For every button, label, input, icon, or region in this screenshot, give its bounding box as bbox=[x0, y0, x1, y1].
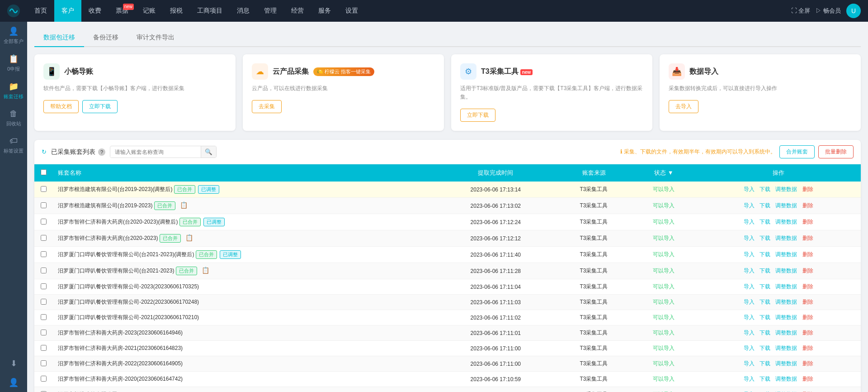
action-导入[interactable]: 导入 bbox=[742, 330, 756, 336]
nav-service[interactable]: 服务 bbox=[311, 0, 338, 22]
sidebar-item-download[interactable]: ⬇ bbox=[0, 354, 27, 373]
tab-data-migrate[interactable]: 数据包迁移 bbox=[34, 29, 84, 47]
row-checkbox[interactable] bbox=[41, 202, 47, 208]
nav-tax[interactable]: 报税 bbox=[163, 0, 190, 22]
tab-backup-migrate[interactable]: 备份迁移 bbox=[84, 29, 127, 47]
avatar[interactable]: U bbox=[846, 4, 861, 18]
action-调整数据[interactable]: 调整数据 bbox=[774, 268, 799, 274]
action-下载[interactable]: 下载 bbox=[758, 330, 772, 336]
action-删除[interactable]: 删除 bbox=[801, 330, 815, 336]
action-删除[interactable]: 删除 bbox=[801, 283, 815, 290]
action-删除[interactable]: 删除 bbox=[801, 345, 815, 351]
action-调整数据[interactable]: 调整数据 bbox=[774, 235, 799, 241]
import-go-btn[interactable]: 去导入 bbox=[669, 100, 698, 113]
action-调整数据[interactable]: 调整数据 bbox=[774, 299, 799, 305]
col-status[interactable]: 状态 ▼ bbox=[632, 164, 696, 182]
app-logo[interactable] bbox=[0, 0, 27, 22]
action-导入[interactable]: 导入 bbox=[742, 235, 756, 241]
action-下载[interactable]: 下载 bbox=[758, 376, 772, 382]
row-checkbox[interactable] bbox=[41, 283, 47, 289]
action-调整数据[interactable]: 调整数据 bbox=[774, 202, 799, 209]
action-下载[interactable]: 下载 bbox=[758, 360, 772, 367]
row-checkbox[interactable] bbox=[41, 299, 47, 305]
nav-operation[interactable]: 经营 bbox=[284, 0, 311, 22]
row-checkbox[interactable] bbox=[41, 330, 47, 335]
row-checkbox[interactable] bbox=[41, 376, 47, 382]
nav-manage[interactable]: 管理 bbox=[257, 0, 284, 22]
row-checkbox[interactable] bbox=[41, 235, 47, 241]
action-删除[interactable]: 删除 bbox=[801, 251, 815, 258]
nav-fee[interactable]: 收费 bbox=[81, 0, 108, 22]
action-导入[interactable]: 导入 bbox=[742, 360, 756, 367]
action-下载[interactable]: 下载 bbox=[758, 251, 772, 258]
action-导入[interactable]: 导入 bbox=[742, 251, 756, 258]
action-删除[interactable]: 删除 bbox=[801, 360, 815, 367]
action-删除[interactable]: 删除 bbox=[801, 235, 815, 241]
nav-accounting[interactable]: 记账 bbox=[136, 0, 163, 22]
sidebar-item-recycle[interactable]: 🗑 回收站 bbox=[0, 105, 27, 132]
action-导入[interactable]: 导入 bbox=[742, 268, 756, 274]
row-checkbox[interactable] bbox=[41, 219, 47, 225]
action-调整数据[interactable]: 调整数据 bbox=[774, 219, 799, 225]
action-下载[interactable]: 下载 bbox=[758, 283, 772, 290]
member-btn[interactable]: ▷ 畅会员 bbox=[816, 7, 841, 15]
action-导入[interactable]: 导入 bbox=[742, 202, 756, 209]
copy-icon[interactable]: 📋 bbox=[202, 267, 209, 274]
select-all-checkbox[interactable] bbox=[41, 169, 47, 175]
action-下载[interactable]: 下载 bbox=[758, 235, 772, 241]
action-删除[interactable]: 删除 bbox=[801, 314, 815, 320]
action-调整数据[interactable]: 调整数据 bbox=[774, 330, 799, 336]
cloud-collect-btn[interactable]: 去采集 bbox=[252, 100, 282, 113]
action-调整数据[interactable]: 调整数据 bbox=[774, 283, 799, 290]
nav-settings[interactable]: 设置 bbox=[338, 0, 365, 22]
action-调整数据[interactable]: 调整数据 bbox=[774, 376, 799, 382]
merge-btn[interactable]: 合并账套 bbox=[779, 145, 815, 158]
nav-home[interactable]: 首页 bbox=[27, 0, 54, 22]
nav-message[interactable]: 消息 bbox=[230, 0, 257, 22]
sidebar-item-account-migrate[interactable]: 📁 账套迁移 bbox=[0, 77, 27, 105]
action-删除[interactable]: 删除 bbox=[801, 186, 815, 192]
action-调整数据[interactable]: 调整数据 bbox=[774, 345, 799, 351]
action-下载[interactable]: 下载 bbox=[758, 186, 772, 192]
batch-delete-btn[interactable]: 批量删除 bbox=[818, 145, 854, 158]
action-删除[interactable]: 删除 bbox=[801, 268, 815, 274]
action-导入[interactable]: 导入 bbox=[742, 345, 756, 351]
action-导入[interactable]: 导入 bbox=[742, 219, 756, 225]
action-下载[interactable]: 下载 bbox=[758, 345, 772, 351]
copy-icon[interactable]: 📋 bbox=[185, 234, 193, 241]
action-下载[interactable]: 下载 bbox=[758, 314, 772, 320]
xiaochang-download-btn[interactable]: 立即下载 bbox=[82, 100, 118, 113]
action-删除[interactable]: 删除 bbox=[801, 376, 815, 382]
row-checkbox[interactable] bbox=[41, 268, 47, 273]
row-checkbox[interactable] bbox=[41, 360, 47, 366]
xiaochang-help-btn[interactable]: 帮助文档 bbox=[43, 100, 79, 113]
refresh-icon[interactable]: ↻ bbox=[42, 148, 47, 155]
search-input[interactable] bbox=[110, 147, 201, 158]
action-导入[interactable]: 导入 bbox=[742, 186, 756, 192]
action-调整数据[interactable]: 调整数据 bbox=[774, 186, 799, 192]
action-导入[interactable]: 导入 bbox=[742, 314, 756, 320]
action-删除[interactable]: 删除 bbox=[801, 299, 815, 305]
sidebar-item-zero-declare[interactable]: 📋 0申报 bbox=[0, 49, 27, 77]
action-导入[interactable]: 导入 bbox=[742, 299, 756, 305]
sidebar-item-all-customers[interactable]: 👤 全部客户 bbox=[0, 22, 27, 49]
action-删除[interactable]: 删除 bbox=[801, 219, 815, 225]
action-导入[interactable]: 导入 bbox=[742, 283, 756, 290]
row-checkbox[interactable] bbox=[41, 251, 47, 257]
nav-customer[interactable]: 客户 bbox=[54, 0, 81, 22]
sidebar-item-tag[interactable]: 🏷 标签设置 bbox=[0, 132, 27, 159]
nav-invoice[interactable]: 票据new bbox=[108, 0, 136, 22]
action-调整数据[interactable]: 调整数据 bbox=[774, 251, 799, 258]
row-checkbox[interactable] bbox=[41, 186, 47, 192]
search-btn[interactable]: 🔍 bbox=[201, 146, 216, 158]
action-下载[interactable]: 下载 bbox=[758, 219, 772, 225]
copy-icon[interactable]: 📋 bbox=[180, 201, 188, 209]
row-checkbox[interactable] bbox=[41, 345, 47, 351]
row-checkbox[interactable] bbox=[41, 314, 47, 320]
action-调整数据[interactable]: 调整数据 bbox=[774, 314, 799, 320]
fullscreen-btn[interactable]: ⛶ 全屏 bbox=[791, 7, 811, 15]
nav-business[interactable]: 工商项目 bbox=[190, 0, 230, 22]
action-下载[interactable]: 下载 bbox=[758, 299, 772, 305]
action-调整数据[interactable]: 调整数据 bbox=[774, 360, 799, 367]
action-导入[interactable]: 导入 bbox=[742, 376, 756, 382]
